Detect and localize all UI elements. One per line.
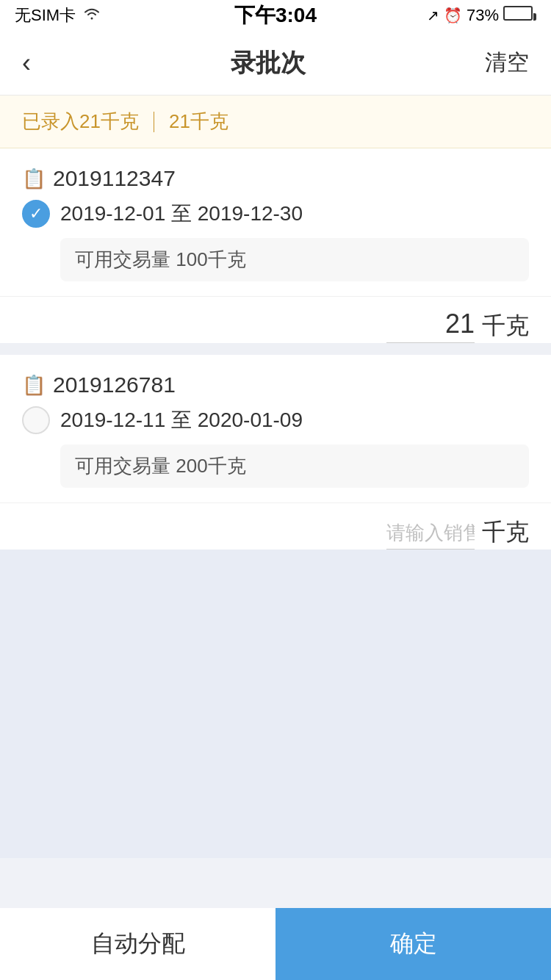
wifi-icon <box>82 5 102 26</box>
summary-bar: 已录入21千克 21千克 <box>0 96 551 148</box>
batch-list-2: 📋 2019126781 2019-12-11 至 2020-01-09 可用交… <box>0 355 551 550</box>
batch-list: 📋 2019112347 ✓ 2019-12-01 至 2019-12-30 可… <box>0 148 551 343</box>
quantity-input-1[interactable] <box>386 309 475 343</box>
summary-label: 已录入21千克 <box>22 109 139 134</box>
carrier-label: 无SIM卡 <box>15 4 76 26</box>
batch-doc-icon-1: 📋 <box>22 167 46 190</box>
batch-doc-icon-2: 📋 <box>22 374 46 397</box>
bottom-area <box>0 550 551 858</box>
confirm-button[interactable]: 确定 <box>276 908 551 980</box>
batch-date-2: 2019-12-11 至 2020-01-09 <box>60 406 303 434</box>
radio-1[interactable]: ✓ <box>22 200 50 228</box>
quantity-input-2[interactable] <box>386 515 475 550</box>
back-button[interactable]: ‹ <box>22 48 66 79</box>
quantity-row-1: 千克 <box>0 297 551 343</box>
summary-value: 21千克 <box>169 109 228 134</box>
batch-header-1: 📋 2019112347 <box>22 166 529 191</box>
batch-date-row-1[interactable]: ✓ 2019-12-01 至 2019-12-30 <box>22 200 529 228</box>
alarm-icon: ⏰ <box>444 7 462 24</box>
location-icon: ↗ <box>427 7 439 24</box>
check-icon-1: ✓ <box>29 206 43 222</box>
status-left: 无SIM卡 <box>15 4 102 26</box>
batch-item-2: 📋 2019126781 2019-12-11 至 2020-01-09 可用交… <box>0 355 551 503</box>
clear-button[interactable]: 清空 <box>470 48 529 78</box>
quantity-row-2: 千克 <box>0 503 551 550</box>
item-separator <box>0 343 551 355</box>
battery-icon <box>503 6 536 25</box>
quantity-unit-1: 千克 <box>482 310 529 342</box>
summary-divider <box>154 112 154 132</box>
quantity-unit-2: 千克 <box>482 516 529 549</box>
batch-header-2: 📋 2019126781 <box>22 372 529 397</box>
status-right: ↗ ⏰ 73% <box>427 6 536 25</box>
batch-available-1: 可用交易量 100千克 <box>60 238 529 281</box>
batch-id-2: 2019126781 <box>53 372 176 397</box>
page-title: 录批次 <box>231 46 306 80</box>
batch-date-row-2[interactable]: 2019-12-11 至 2020-01-09 <box>22 406 529 434</box>
status-bar: 无SIM卡 下午3:04 ↗ ⏰ 73% <box>0 0 551 31</box>
battery-pct: 73% <box>467 6 499 25</box>
status-time: 下午3:04 <box>234 1 317 29</box>
auto-distribute-button[interactable]: 自动分配 <box>0 908 276 980</box>
batch-available-2: 可用交易量 200千克 <box>60 444 529 488</box>
radio-2[interactable] <box>22 406 50 434</box>
bottom-bar: 自动分配 确定 <box>0 908 551 980</box>
batch-id-1: 2019112347 <box>53 166 176 191</box>
nav-bar: ‹ 录批次 清空 <box>0 31 551 96</box>
batch-item-1: 📋 2019112347 ✓ 2019-12-01 至 2019-12-30 可… <box>0 148 551 297</box>
batch-date-1: 2019-12-01 至 2019-12-30 <box>60 200 303 228</box>
